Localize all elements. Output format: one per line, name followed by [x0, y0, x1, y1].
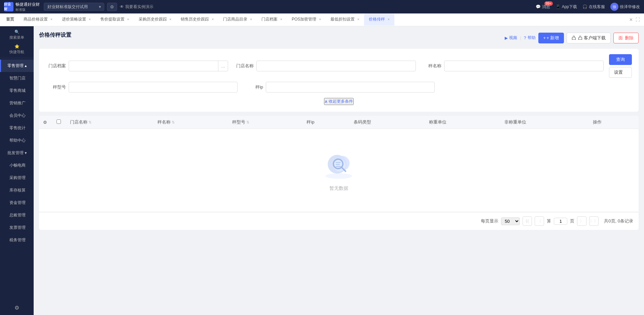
search-icon: 🔍	[3, 30, 31, 34]
tab-home[interactable]: 首页	[1, 14, 19, 26]
video-button[interactable]: ▶ 视频	[505, 35, 517, 41]
close-all-icon[interactable]: ✕	[629, 17, 633, 22]
page-header-right: ▶ 视频 | ? 帮助 + + 新增 凸 凸 客户端下载 面	[505, 33, 639, 43]
svg-point-0	[325, 173, 352, 179]
empty-illustration	[319, 149, 359, 183]
tab-product-price[interactable]: 商品价格设置 ×	[19, 14, 57, 26]
scale-type-input[interactable]	[69, 82, 238, 93]
close-icon[interactable]: ×	[357, 18, 359, 21]
sidebar-item-wholesale[interactable]: 批发管理▼	[0, 147, 34, 159]
tab-sales-history[interactable]: 销售历史价跟踪 ×	[176, 14, 218, 26]
store-name-input[interactable]	[256, 61, 416, 71]
sidebar-item-retail-mall[interactable]: 零售商城	[0, 84, 34, 97]
tab-price-scale[interactable]: 价格传秤 ×	[364, 14, 394, 26]
close-icon[interactable]: ×	[170, 18, 172, 21]
sidebar-item-ledger[interactable]: 总账管理	[0, 209, 34, 221]
first-page-button[interactable]: ⟨⟨	[523, 216, 532, 226]
table-body: 暂无数据	[39, 129, 639, 212]
th-settings[interactable]: ⚙	[39, 116, 52, 129]
close-icon[interactable]: ×	[50, 18, 52, 21]
store-name-label: 门店名称	[234, 63, 254, 69]
sidebar-quick-nav[interactable]: ⭐ 快捷导航	[0, 42, 34, 57]
message-button[interactable]: 💬 消息 99+	[536, 4, 550, 10]
th-operation: 操作	[589, 116, 639, 129]
close-icon[interactable]: ×	[212, 18, 214, 21]
app-download-button[interactable]: 📱 App下载	[556, 4, 577, 10]
close-icon[interactable]: ×	[89, 18, 91, 21]
sidebar-item-retail-stats[interactable]: 零售统计	[0, 122, 34, 134]
pagination: 每页显示 10 20 50 100 ⟨⟨ 〈 算 页 〉 〉〉 共0页, 0条记…	[39, 212, 639, 230]
user-menu[interactable]: 徐 徐泽华修改	[610, 3, 640, 11]
download-button[interactable]: 凸 凸 客户端下载	[567, 33, 611, 43]
tab-pos-encryption[interactable]: POS加密管理 ×	[287, 14, 326, 26]
collapse-button[interactable]: ∧ ∧ 收起更多条件	[324, 98, 354, 105]
store-file-field: 门店档案 ...	[46, 61, 228, 71]
app-name: 畅捷通好业财	[15, 2, 40, 7]
online-service-button[interactable]: 🎧 在线客服	[582, 4, 605, 10]
scale-ip-label: 秤ip	[243, 84, 263, 90]
select-all-checkbox[interactable]	[57, 119, 61, 124]
th-scale-type[interactable]: 秤型号	[228, 116, 303, 129]
sidebar-search[interactable]: 🔍 搜索菜单	[0, 26, 34, 42]
sidebar-item-retail[interactable]: 零售管理▲	[0, 60, 34, 72]
ellipsis-button[interactable]: ...	[218, 61, 228, 71]
close-icon[interactable]: ×	[250, 18, 252, 21]
tab-store-file[interactable]: 门店档案 ×	[257, 14, 287, 26]
next-page-button[interactable]: 〉	[577, 216, 586, 226]
th-scale-name[interactable]: 秤名称	[153, 116, 228, 129]
last-page-button[interactable]: 〉〉	[589, 216, 599, 226]
data-table: ⚙ 门店名称 秤名称 秤型号 秤ip 条码类型 称重单位 非称重单位 操作	[39, 116, 639, 212]
th-checkbox[interactable]	[52, 116, 66, 129]
th-store-name[interactable]: 门店名称	[66, 116, 153, 129]
video-icon: ▶	[505, 36, 508, 40]
sidebar-item-inventory[interactable]: 库存核算	[0, 184, 34, 197]
topbar-settings-button[interactable]: ⚙	[107, 3, 117, 11]
message-badge: 99+	[544, 1, 553, 6]
sidebar-item-smart-store[interactable]: 智慧门店	[0, 72, 34, 84]
sidebar-item-marketing[interactable]: 营销推广	[0, 97, 34, 109]
prev-page-button[interactable]: 〈	[535, 216, 544, 226]
tab-sale-extract[interactable]: 售价提取设置 ×	[96, 14, 134, 26]
sidebar-item-purchase[interactable]: 采购管理	[0, 172, 34, 184]
topbar-right: 💬 消息 99+ 📱 App下载 🎧 在线客服 徐 徐泽华修改	[536, 3, 640, 11]
tab-store-catalog[interactable]: 门店商品目录 ×	[218, 14, 257, 26]
avatar: 徐	[610, 3, 618, 11]
demo-button[interactable]: 👁 我要看实例演示	[120, 4, 153, 10]
data-table-wrapper: ⚙ 门店名称 秤名称 秤型号 秤ip 条码类型 称重单位 非称重单位 操作	[39, 116, 639, 230]
scale-ip-input[interactable]	[266, 82, 435, 93]
sidebar-item-member[interactable]: 会员中心	[0, 109, 34, 122]
tab-purchase-history[interactable]: 采购历史价跟踪 ×	[134, 14, 176, 26]
store-file-input-wrap[interactable]: ...	[69, 61, 228, 71]
help-button[interactable]: ? 帮助	[524, 35, 536, 41]
per-page-select[interactable]: 10 20 50 100	[501, 217, 520, 225]
sidebar-item-ecommerce[interactable]: 小畅电商	[0, 159, 34, 172]
scale-name-label: 秤名称	[421, 63, 441, 69]
close-icon[interactable]: ×	[388, 18, 390, 21]
app-edition: 标准版	[15, 7, 40, 12]
sidebar: 🔍 搜索菜单 ⭐ 快捷导航 零售管理▲ 智慧门店 零售商城 营销推广 会员中心 …	[0, 26, 34, 315]
sidebar-item-invoice[interactable]: 发票管理	[0, 221, 34, 234]
close-icon[interactable]: ×	[127, 18, 129, 21]
sidebar-item-help[interactable]: 帮助中心	[0, 134, 34, 147]
delete-button[interactable]: 面 删除	[613, 33, 639, 43]
tab-min-discount[interactable]: 最低折扣设置 ×	[326, 14, 364, 26]
star-icon: ⭐	[3, 44, 31, 49]
scale-type-label: 秤型号	[46, 84, 66, 90]
sidebar-item-finance[interactable]: 资金管理	[0, 197, 34, 209]
store-file-input[interactable]	[69, 62, 218, 70]
scale-name-input[interactable]	[444, 61, 604, 71]
sidebar-item-tax[interactable]: 税务管理	[0, 234, 34, 246]
close-icon[interactable]: ×	[280, 18, 282, 21]
tab-purchase-strategy[interactable]: 进价策略设置 ×	[57, 14, 96, 26]
query-button[interactable]: 查询	[609, 54, 632, 65]
add-button[interactable]: + + 新增	[538, 33, 564, 43]
sidebar-settings-button[interactable]: ⚙	[0, 301, 34, 315]
table-settings-icon[interactable]: ⚙	[43, 120, 47, 125]
expand-icon[interactable]: ⛶	[636, 17, 640, 22]
close-icon[interactable]: ×	[319, 18, 321, 21]
setting-button[interactable]: 设置	[609, 67, 632, 78]
version-select[interactable]: 好业财标准版交付试用	[44, 3, 104, 11]
page-number-input[interactable]	[554, 218, 567, 225]
version-select-wrap[interactable]: 好业财标准版交付试用 ▼	[44, 3, 104, 11]
page-unit-label: 页	[570, 218, 574, 224]
